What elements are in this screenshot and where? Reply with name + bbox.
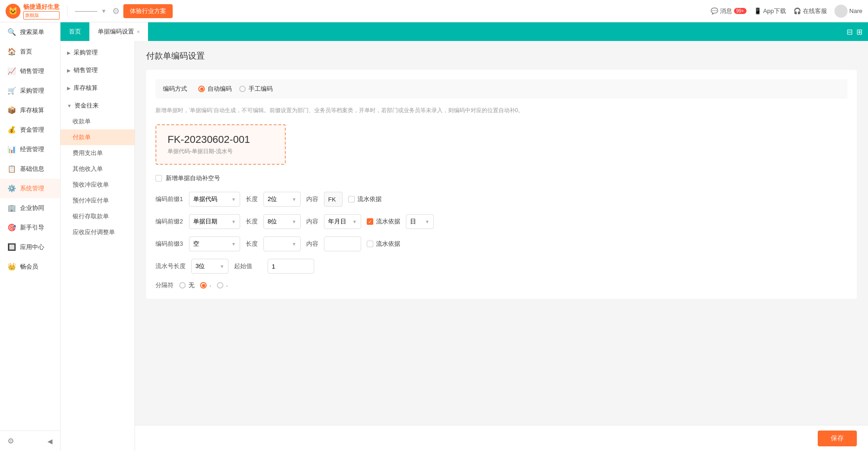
length-select-1[interactable]: 2位 ▼ <box>263 192 301 207</box>
sidebar-item-newguide[interactable]: 🎯 新手引导 <box>0 218 60 237</box>
collapse-icon[interactable]: ◀ <box>47 438 53 445</box>
prefix-select-3[interactable]: 空 ▼ <box>189 236 240 251</box>
sec-group-header-sales[interactable]: ▶ 销售管理 <box>61 62 135 78</box>
sidebar-item-appcenter[interactable]: 🔲 应用中心 <box>0 237 60 257</box>
prefix-arrow-3: ▼ <box>231 242 236 247</box>
sec-item-bank-deposit[interactable]: 银行存取款单 <box>61 209 135 224</box>
stream-checkbox-3[interactable]: 流水依据 <box>367 240 400 248</box>
sidebar-item-purchase[interactable]: 🛒 采购管理 <box>0 81 60 101</box>
prefix-row-2: 编码前缀2 单据日期 ▼ 长度 8位 ▼ 内容 <box>155 214 848 229</box>
sec-item-receipt[interactable]: 收款单 <box>61 114 135 129</box>
finance-icon: 💰 <box>7 126 16 134</box>
sidebar-item-inventory[interactable]: 📦 库存核算 <box>0 101 60 120</box>
sidebar-search[interactable]: 🔍 搜索菜单 <box>0 22 60 42</box>
sidebar-item-basic[interactable]: 📋 基础信息 <box>0 159 60 179</box>
sec-item-prepaid-offset[interactable]: 预付冲应付单 <box>61 193 135 209</box>
user-area[interactable]: Nare <box>834 5 862 18</box>
main-layout: 🔍 搜索菜单 🏠 首页 📈 销售管理 🛒 采购管理 📦 库存核算 💰 资金管理 … <box>0 22 868 451</box>
topbar-right: 💬 消息 99+ 📱 App下载 🎧 在线客服 Nare <box>711 5 862 18</box>
sec-item-other-income[interactable]: 其他收入单 <box>61 161 135 177</box>
tab-coding-settings[interactable]: 单据编码设置 × <box>89 22 148 41</box>
prefix-row-1: 编码前缀1 单据代码 ▼ 长度 2位 ▼ 内容 FK <box>155 192 848 207</box>
radio-auto-code[interactable]: 自动编码 <box>198 85 232 93</box>
stream-cb-2[interactable]: ✓ <box>367 218 373 225</box>
sidebar-item-sales[interactable]: 📈 销售管理 <box>0 61 60 81</box>
sidebar-item-home[interactable]: 🏠 首页 <box>0 42 60 61</box>
search-icon: 🔍 <box>7 28 16 36</box>
stream-cb-1[interactable] <box>348 196 355 202</box>
serial-length-label: 流水号长度 <box>155 262 186 270</box>
auto-fill-checkbox[interactable] <box>155 175 162 182</box>
content-select-2[interactable]: 年月日 ▼ <box>324 214 361 229</box>
auto-fill-row[interactable]: 新增单据自动补空号 <box>155 174 848 182</box>
length-arrow-3: ▼ <box>292 242 296 247</box>
avatar <box>834 5 848 18</box>
tab-close-icon[interactable]: × <box>137 29 140 34</box>
logo: 🐱 畅捷通好生意 旗舰版 <box>6 3 60 20</box>
online-service[interactable]: 🎧 在线客服 <box>794 7 827 15</box>
stream-cb-3[interactable] <box>367 241 373 247</box>
sec-item-payment[interactable]: 付款单 <box>61 129 135 145</box>
sec-group-header-purchase[interactable]: ▶ 采购管理 <box>61 45 135 61</box>
settings-icon-top[interactable]: ⚙ <box>112 6 120 16</box>
message-area[interactable]: 💬 消息 99+ <box>711 7 747 15</box>
dropdown-icon[interactable]: ▼ <box>101 8 107 14</box>
separator-none[interactable]: 无 <box>179 281 195 289</box>
sidebar-item-vip[interactable]: 👑 畅会员 <box>0 257 60 276</box>
radio-manual-code[interactable]: 手工编码 <box>239 85 273 93</box>
purchase-icon: 🛒 <box>7 87 16 95</box>
prefix-select-1[interactable]: 单据代码 ▼ <box>189 192 240 207</box>
prefix-label-2: 编码前缀2 <box>155 217 183 226</box>
stream-unit-select-2[interactable]: 日 ▼ <box>406 214 434 229</box>
sep-radio-dot2 <box>217 282 223 289</box>
example-code-box: FK-20230602-001 单据代码-单据日期-流水号 <box>155 124 286 165</box>
sidebar-item-enterprise[interactable]: 🏢 企业协同 <box>0 198 60 218</box>
serial-length-select[interactable]: 3位 ▼ <box>191 259 229 274</box>
logo-text: 畅捷通好生意 旗舰版 <box>23 3 60 20</box>
guide-icon: 🎯 <box>7 223 16 232</box>
app-download[interactable]: 📱 App下载 <box>754 7 786 15</box>
message-icon: 💬 <box>711 7 718 14</box>
trial-button[interactable]: 体验行业方案 <box>123 4 173 18</box>
settings-bottom-icon[interactable]: ⚙ <box>7 437 14 445</box>
nav-maximize-icon[interactable]: ⊞ <box>856 27 862 36</box>
arrow-inventory: ▶ <box>67 86 71 91</box>
content-wrap: ▶ 采购管理 ▶ 销售管理 ▶ 库存核算 <box>61 41 868 451</box>
nav-minimize-icon[interactable]: ⊟ <box>847 27 853 36</box>
sec-item-prepayment-offset[interactable]: 预收冲应收单 <box>61 177 135 193</box>
sec-group-header-inventory[interactable]: ▶ 库存核算 <box>61 80 135 96</box>
sidebar-item-operations[interactable]: 📊 经营管理 <box>0 140 60 159</box>
prefix-label-3: 编码前缀3 <box>155 240 183 248</box>
start-value-label: 起始值 <box>234 262 262 270</box>
prefix-row-3: 编码前缀3 空 ▼ 长度 ▼ 内容 <box>155 236 848 251</box>
separator-dot1[interactable]: · <box>200 282 211 289</box>
sec-group-header-finance[interactable]: ▼ 资金往来 <box>61 98 135 114</box>
separator-dot2[interactable]: · <box>217 282 228 289</box>
stream-checkbox-1[interactable]: 流水依据 <box>348 195 382 203</box>
tab-home[interactable]: 首页 <box>61 22 89 41</box>
stream-checkbox-2[interactable]: ✓ 流水依据 <box>367 217 400 226</box>
divider <box>67 6 67 17</box>
account-name: ———— <box>75 8 97 14</box>
bottom-bar: 保存 <box>135 425 868 451</box>
sec-item-ar-ap-adjust[interactable]: 应收应付调整单 <box>61 224 135 240</box>
example-code-value: FK-20230602-001 <box>168 134 274 146</box>
sep-radio-none <box>179 282 186 289</box>
radio-dot-manual <box>239 86 246 92</box>
sidebar-item-system[interactable]: ⚙️ 系统管理 <box>0 179 60 198</box>
basic-icon: 📋 <box>7 165 16 173</box>
sec-item-expense[interactable]: 费用支出单 <box>61 145 135 161</box>
arrow-sales: ▶ <box>67 68 71 73</box>
length-select-2[interactable]: 8位 ▼ <box>263 214 301 229</box>
logo-icon: 🐱 <box>6 4 20 19</box>
content-value-1: FK <box>324 192 343 207</box>
sidebar-item-finance[interactable]: 💰 资金管理 <box>0 120 60 140</box>
save-button[interactable]: 保存 <box>818 431 857 446</box>
length-arrow-1: ▼ <box>292 197 296 202</box>
app-icon: 📱 <box>754 7 761 14</box>
nav-tabs-right: ⊟ ⊞ <box>847 27 868 36</box>
length-select-3[interactable]: ▼ <box>263 236 301 251</box>
arrow-finance: ▼ <box>67 103 72 108</box>
start-value-input[interactable] <box>268 259 314 274</box>
prefix-select-2[interactable]: 单据日期 ▼ <box>189 214 240 229</box>
